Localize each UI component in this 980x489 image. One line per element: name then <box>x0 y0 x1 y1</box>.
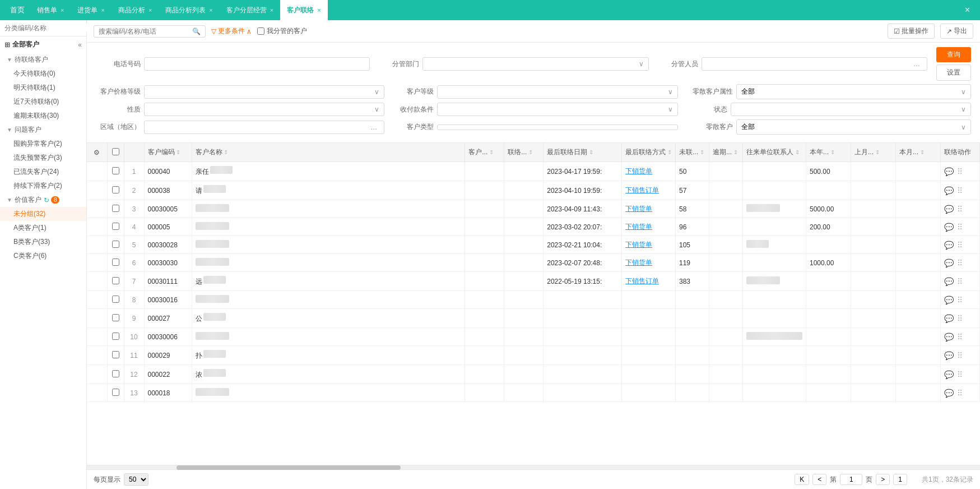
sidebar-item-churned[interactable]: 已流失客户(24) <box>0 165 86 179</box>
tab-goods-analysis[interactable]: 商品分析 × <box>112 0 159 20</box>
close-tab-goods[interactable]: × <box>148 7 152 13</box>
close-tab-cust-mgmt[interactable]: × <box>270 7 273 13</box>
th-overdue[interactable]: 逾期... <box>709 143 743 162</box>
my-customers-checkbox-label[interactable]: 我分管的客户 <box>257 26 307 36</box>
th-last-method[interactable]: 最后联络方式 <box>622 143 676 162</box>
sidebar-item-class-b[interactable]: B类客户(33) <box>0 235 86 249</box>
th-partner[interactable]: 往来单位联系人 <box>743 143 806 162</box>
row-checkbox-9[interactable] <box>112 333 119 340</box>
th-last-date[interactable]: 最后联络日期 <box>544 143 622 162</box>
cust-level-select[interactable]: ∨ <box>437 85 677 99</box>
chat-icon[interactable]: 💬 <box>944 241 954 250</box>
export-button[interactable]: ↗ 导出 <box>940 24 973 39</box>
row-checkbox-2[interactable] <box>112 205 119 212</box>
chat-icon[interactable]: 💬 <box>944 296 954 305</box>
td-last-method[interactable] <box>622 346 676 365</box>
more-actions-icon[interactable]: ⠿ <box>957 205 963 214</box>
th-cur-month[interactable]: 本月... <box>896 143 941 162</box>
row-checkbox-8[interactable] <box>112 314 119 321</box>
retail-attr-select[interactable]: 全部 ∨ <box>736 84 971 99</box>
sidebar-item-overdue-pending[interactable]: 逾期未联络(30) <box>0 109 86 123</box>
th-contact[interactable]: 联络... <box>504 143 544 162</box>
more-actions-icon[interactable]: ⠿ <box>957 259 963 267</box>
sidebar-item-class-c[interactable]: C类客户(6) <box>0 249 86 263</box>
th-unlinked[interactable]: 未联... <box>676 143 709 162</box>
more-actions-icon[interactable]: ⠿ <box>957 389 963 398</box>
more-actions-icon[interactable]: ⠿ <box>957 277 963 286</box>
next-page-button[interactable]: > <box>876 474 890 485</box>
td-check[interactable] <box>107 291 124 309</box>
chat-icon[interactable]: 💬 <box>944 314 954 323</box>
scroll-thumb[interactable] <box>177 465 401 470</box>
window-close-button[interactable]: × <box>959 5 976 15</box>
collapse-icon[interactable]: « <box>78 41 82 49</box>
td-check[interactable] <box>107 384 124 402</box>
main-search-icon[interactable]: 🔍 <box>192 27 201 35</box>
more-actions-icon[interactable]: ⠿ <box>957 351 963 360</box>
td-check[interactable] <box>107 162 124 181</box>
th-code[interactable]: 客户编码 <box>144 143 192 162</box>
last-page-button[interactable]: 1 <box>893 474 907 485</box>
close-tab-purchase[interactable]: × <box>101 7 104 13</box>
more-actions-icon[interactable]: ⠿ <box>957 167 963 176</box>
area-select[interactable]: … <box>144 121 384 134</box>
all-customers-header[interactable]: ⊞ 全部客户 « <box>0 36 86 53</box>
status-select[interactable]: ∨ <box>731 103 971 116</box>
row-checkbox-3[interactable] <box>112 223 119 230</box>
td-last-method[interactable]: 下销售订单 <box>622 272 676 291</box>
tab-sales[interactable]: 销售单 × <box>30 0 71 20</box>
td-check[interactable] <box>107 365 124 384</box>
problem-group[interactable]: ▼ 问题客户 <box>0 123 86 137</box>
chat-icon[interactable]: 💬 <box>944 167 954 176</box>
more-actions-icon[interactable]: ⠿ <box>957 314 963 323</box>
cust-type-select[interactable] <box>437 124 677 130</box>
sidebar-item-class-a[interactable]: A类客户(1) <box>0 221 86 235</box>
td-check[interactable] <box>107 236 124 254</box>
batch-ops-button[interactable]: ☑ 批量操作 <box>888 24 935 39</box>
tab-customer-mgmt[interactable]: 客户分层经营 × <box>220 0 280 20</box>
manager-select[interactable]: … <box>702 57 927 71</box>
td-check[interactable] <box>107 200 124 218</box>
td-last-method[interactable]: 下销货单 <box>622 236 676 254</box>
select-all-checkbox[interactable] <box>112 148 119 155</box>
tab-goods-list[interactable]: 商品分析列表 × <box>159 0 219 20</box>
tab-purchase[interactable]: 进货单 × <box>71 0 111 20</box>
td-last-method[interactable]: 下销货单 <box>622 254 676 272</box>
chat-icon[interactable]: 💬 <box>944 370 954 379</box>
nature-select[interactable]: ∨ <box>144 103 384 116</box>
price-level-select[interactable]: ∨ <box>144 85 384 99</box>
manager-more-icon[interactable]: … <box>911 60 922 68</box>
td-last-method[interactable]: 下销货单 <box>622 162 676 181</box>
prev-page-button[interactable]: < <box>812 474 826 485</box>
chat-icon[interactable]: 💬 <box>944 389 954 398</box>
sidebar-item-today-pending[interactable]: 今天待联络(0) <box>0 67 86 81</box>
main-search-input[interactable] <box>99 27 192 35</box>
row-checkbox-0[interactable] <box>112 167 119 174</box>
td-last-method[interactable]: 下销货单 <box>622 200 676 218</box>
retail-cust-select[interactable]: 全部 ∨ <box>736 119 971 135</box>
refresh-icon[interactable]: ↻ <box>44 196 49 204</box>
row-checkbox-5[interactable] <box>112 259 119 266</box>
sidebar-item-7days-pending[interactable]: 近7天待联络(0) <box>0 95 86 109</box>
td-last-method[interactable] <box>622 291 676 309</box>
td-last-method[interactable] <box>622 384 676 402</box>
chat-icon[interactable]: 💬 <box>944 277 954 286</box>
row-checkbox-1[interactable] <box>112 186 119 193</box>
th-type[interactable]: 客户... <box>465 143 504 162</box>
reset-button[interactable]: 设置 <box>936 64 971 81</box>
td-check[interactable] <box>107 346 124 365</box>
dept-select[interactable]: ∨ <box>422 57 648 71</box>
td-last-method[interactable] <box>622 365 676 384</box>
td-last-method[interactable]: 下销货单 <box>622 218 676 236</box>
chat-icon[interactable]: 💬 <box>944 186 954 195</box>
close-tab-sales[interactable]: × <box>61 7 64 13</box>
more-actions-icon[interactable]: ⠿ <box>957 186 963 195</box>
home-tab[interactable]: 首页 <box>4 0 30 20</box>
td-check[interactable] <box>107 181 124 200</box>
page-number-input[interactable] <box>840 474 862 485</box>
row-checkbox-6[interactable] <box>112 277 119 284</box>
close-tab-contact[interactable]: × <box>317 7 321 13</box>
td-check[interactable] <box>107 254 124 272</box>
sidebar-item-tomorrow-pending[interactable]: 明天待联络(1) <box>0 81 86 95</box>
tab-customer-contact[interactable]: 客户联络 × <box>280 0 327 20</box>
